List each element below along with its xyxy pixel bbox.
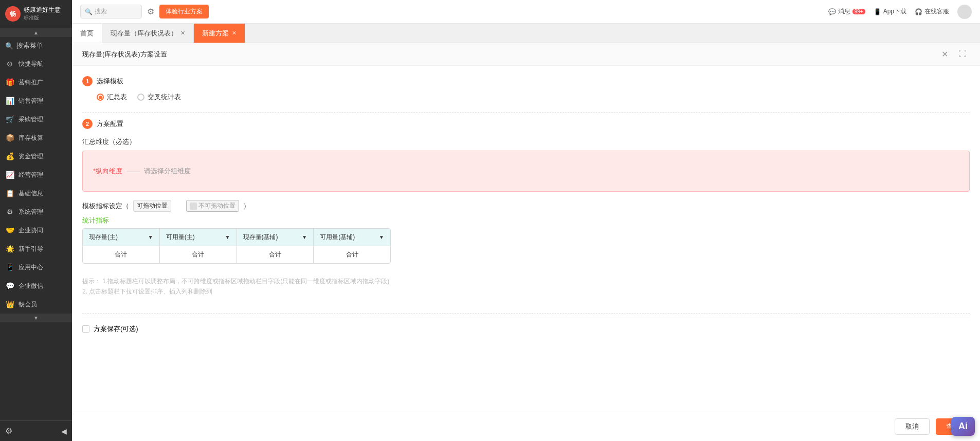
sidebar-item-system[interactable]: ⚙ 系统管理	[0, 203, 72, 221]
inventory-tab-close[interactable]: ✕	[180, 30, 185, 36]
sidebar-item-marketing[interactable]: 🎁 营销推广	[0, 73, 72, 91]
stats-table: 现存量(主) ▼ 可用量(主) ▼ 现存量(基辅) ▼	[82, 228, 391, 264]
step1-number: 1	[82, 76, 93, 86]
sidebar-item-operations[interactable]: 📈 经营管理	[0, 166, 72, 184]
sidebar-item-wechat[interactable]: 💬 企业微信	[0, 277, 72, 295]
sidebar-item-basic-info[interactable]: 📋 基础信息	[0, 184, 72, 203]
sidebar-item-label: 库存核算	[19, 134, 43, 142]
user-avatar[interactable]	[957, 5, 972, 19]
stats-col-2[interactable]: 现存量(基辅) ▼	[237, 229, 314, 246]
wechat-icon: 💬	[5, 281, 14, 290]
tab-home[interactable]: 首页	[72, 24, 102, 43]
window-expand-icon[interactable]: ⛶	[955, 48, 970, 60]
radio-cross[interactable]: 交叉统计表	[137, 93, 181, 102]
sidebar-item-label: 新手引导	[19, 245, 43, 253]
stats-col-2-chevron[interactable]: ▼	[302, 234, 307, 240]
customer-service-label: 在线客服	[924, 7, 949, 16]
dimension-area[interactable]: *纵向维度 —— 请选择分组维度	[82, 151, 970, 192]
new-scheme-tab-label: 新建方案	[202, 29, 229, 38]
messages-badge: 99+	[852, 9, 865, 14]
page-title: 现存量(库存状况表)方案设置	[82, 50, 167, 59]
sidebar-bottom: ⚙ ◀	[0, 420, 72, 441]
stats-col-1-label: 可用量(主)	[166, 233, 195, 242]
search-icon: 🔍	[85, 8, 93, 15]
sidebar-item-label: 系统管理	[19, 208, 43, 216]
sidebar-item-label: 应用中心	[19, 263, 43, 272]
stats-data-row: 合计 合计 合计 合计	[83, 246, 390, 263]
radio-summary[interactable]: 汇总表	[97, 93, 127, 102]
sidebar-item-label: 企业协同	[19, 226, 43, 235]
sidebar-logo: 畅 畅康通好生意 标准版	[0, 0, 72, 28]
stats-col-0-label: 现存量(主)	[89, 233, 118, 242]
save-checkbox[interactable]	[82, 325, 89, 333]
topbar: 🔍 搜索 ⚙ 体验行业方案 💬 消息 99+ 📱 App下载 🎧 在线客服	[72, 0, 980, 24]
sidebar-item-label: 经营管理	[19, 171, 43, 179]
tips-section: 提示： 1.拖动标题栏可以调整布局，不可跨维度或指标区域拖动栏目字段(只能在同一…	[82, 272, 970, 303]
topbar-search-box[interactable]: 🔍 搜索	[80, 5, 142, 19]
headset-icon: 🎧	[915, 8, 922, 15]
sidebar-item-sales[interactable]: 📊 销售管理	[0, 91, 72, 110]
save-option[interactable]: 方案保存(可选)	[82, 318, 970, 340]
sidebar-collapse-icon[interactable]: ◀	[61, 427, 67, 435]
search-placeholder: 搜索	[95, 7, 107, 16]
sidebar-item-quick-nav[interactable]: ⊙ 快捷导航	[0, 54, 72, 73]
sidebar-item-inventory[interactable]: 📦 库存核算	[0, 128, 72, 147]
step2-section: 2 方案配置 汇总维度（必选） *纵向维度 —— 请选择分组维度	[82, 119, 970, 340]
dimension-required: *纵向维度	[93, 167, 122, 176]
indicators-label: 模板指标设定（ 可拖动位置 不可拖动位置 ）	[82, 200, 970, 212]
sidebar-item-guide[interactable]: 🌟 新手引导	[0, 240, 72, 258]
handshake-icon: 🤝	[5, 226, 14, 235]
save-label: 方案保存(可选)	[94, 324, 138, 334]
stats-cell-0: 合计	[83, 246, 160, 263]
template-options: 汇总表 交叉统计表	[82, 93, 970, 102]
sidebar-item-enterprise[interactable]: 🤝 企业协同	[0, 221, 72, 240]
sidebar-scroll-down[interactable]: ▼	[0, 314, 72, 322]
footer: 取消 查询	[72, 412, 980, 441]
gift-icon: 🎁	[5, 78, 14, 87]
radio-cross-circle	[137, 94, 144, 101]
stats-section: 统计指标 现存量(主) ▼ 可用量(主) ▼	[82, 216, 970, 264]
stats-col-1-chevron[interactable]: ▼	[225, 234, 230, 240]
new-scheme-tab-close[interactable]: ✕	[232, 30, 237, 36]
stats-col-1[interactable]: 可用量(主) ▼	[160, 229, 237, 246]
tabs-bar: 首页 现存量（库存状况表） ✕ 新建方案 ✕	[72, 24, 980, 43]
cart-icon: 🛒	[5, 115, 14, 124]
quick-nav-icon: ⊙	[5, 59, 14, 68]
customer-service-item[interactable]: 🎧 在线客服	[915, 7, 949, 16]
stats-col-0[interactable]: 现存量(主) ▼	[83, 229, 160, 246]
app-download-item[interactable]: 📱 App下载	[874, 7, 906, 16]
sidebar-item-purchase[interactable]: 🛒 采购管理	[0, 110, 72, 128]
sidebar-scroll-up[interactable]: ▲	[0, 28, 72, 37]
dimension-separator: ——	[126, 168, 140, 175]
star-icon: 🌟	[5, 244, 14, 253]
sidebar-search[interactable]: 🔍 搜索菜单	[0, 37, 72, 54]
stats-title: 统计指标	[82, 216, 970, 225]
sidebar-item-app-center[interactable]: 📱 应用中心	[0, 258, 72, 277]
industry-btn[interactable]: 体验行业方案	[159, 5, 209, 19]
dimension-hint: 请选择分组维度	[144, 167, 191, 176]
topbar-right: 💬 消息 99+ 📱 App下载 🎧 在线客服	[828, 5, 972, 19]
window-close-icon[interactable]: ✕	[938, 48, 951, 60]
sidebar-item-finance[interactable]: 💰 资金管理	[0, 147, 72, 166]
tab-inventory-status[interactable]: 现存量（库存状况表） ✕	[102, 24, 194, 43]
sidebar-search-label: 搜索菜单	[16, 41, 43, 50]
sidebar-item-member[interactable]: 👑 畅会员	[0, 295, 72, 314]
sidebar-settings-icon[interactable]: ⚙	[5, 426, 12, 436]
stats-col-0-chevron[interactable]: ▼	[148, 234, 153, 240]
stats-col-3[interactable]: 可用量(基辅) ▼	[314, 229, 390, 246]
window-controls: ✕ ⛶	[938, 48, 970, 60]
stats-col-3-chevron[interactable]: ▼	[379, 234, 384, 240]
tip-title: 提示： 1.拖动标题栏可以调整布局，不可跨维度或指标区域拖动栏目字段(只能在同一…	[82, 277, 970, 286]
tip-item-1: 2. 点击标题栏下拉可设置排序、插入列和删除列	[82, 287, 970, 296]
radio-cross-label: 交叉统计表	[148, 93, 181, 102]
cancel-button[interactable]: 取消	[895, 418, 930, 435]
messages-item[interactable]: 💬 消息 99+	[828, 7, 865, 16]
indicators-label-text: 模板指标设定（	[82, 201, 129, 211]
ai-badge[interactable]: Ai	[951, 417, 975, 436]
home-tab-label: 首页	[80, 29, 94, 38]
topbar-settings-icon[interactable]: ⚙	[147, 7, 154, 16]
sidebar-item-label: 畅会员	[19, 300, 37, 309]
tab-new-scheme[interactable]: 新建方案 ✕	[194, 24, 245, 43]
sidebar-item-label: 采购管理	[19, 115, 43, 124]
app-download-label: App下载	[883, 7, 906, 16]
